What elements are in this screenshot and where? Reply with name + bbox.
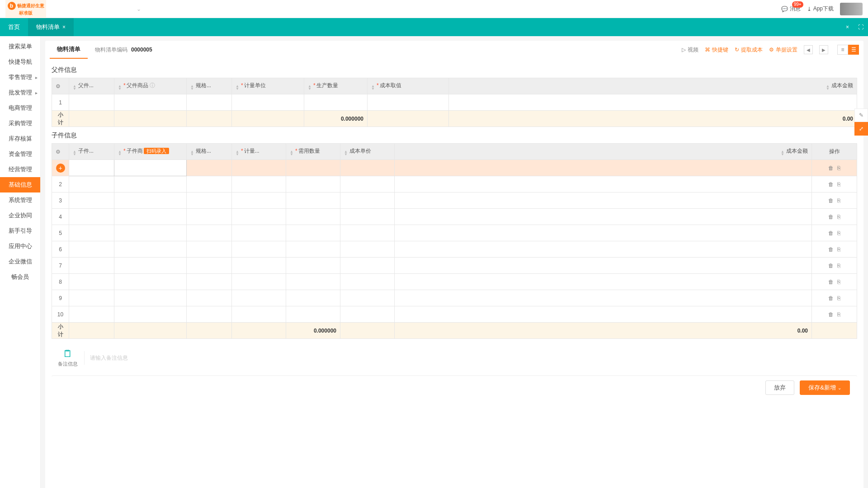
child-cell[interactable] [232, 225, 286, 241]
copy-icon[interactable]: ⎘ [837, 165, 840, 171]
app-download-button[interactable]: ⤓ App下载 [807, 5, 834, 13]
child-row[interactable]: 5🗑⎘ [52, 225, 857, 241]
child-cell[interactable] [395, 306, 812, 323]
parent-cell-costsrc[interactable] [368, 94, 449, 111]
pager-next[interactable]: ▶ [819, 45, 828, 54]
tenant-dropdown[interactable]: ⌄ [60, 3, 141, 15]
inner-tab-bom[interactable]: 物料清单 [50, 41, 88, 59]
sidebar-item-11[interactable]: 企业协同 [0, 208, 40, 223]
add-row-button[interactable]: + [56, 164, 65, 173]
fullscreen-icon[interactable]: ⛶ [854, 24, 868, 30]
parent-col-spec[interactable]: ▲▼规格... [187, 78, 232, 94]
child-cell[interactable] [286, 241, 340, 258]
child-cell[interactable] [286, 192, 340, 209]
sidebar-item-1[interactable]: 快捷导航 [0, 54, 40, 70]
child-cell[interactable] [395, 290, 812, 306]
tab-bom[interactable]: 物料清单 × [28, 18, 74, 36]
parent-col-amount[interactable]: ▲▼成本金额 [449, 78, 857, 94]
child-cell[interactable] [286, 306, 340, 323]
delete-icon[interactable]: 🗑 [828, 165, 834, 171]
sidebar-item-14[interactable]: 企业微信 [0, 254, 40, 269]
copy-icon[interactable]: ⎘ [837, 230, 840, 236]
copy-icon[interactable]: ⎘ [837, 295, 840, 301]
child-cell[interactable] [286, 290, 340, 306]
child-cell[interactable] [187, 209, 232, 225]
sidebar-item-6[interactable]: 库存核算 [0, 131, 40, 146]
copy-icon[interactable]: ⎘ [837, 181, 840, 188]
parent-cell-code[interactable] [69, 94, 114, 111]
child-row[interactable]: 8🗑⎘ [52, 274, 857, 290]
view-list-button[interactable]: ≡ [837, 45, 848, 55]
sidebar-item-12[interactable]: 新手引导 [0, 223, 40, 239]
sidebar-item-0[interactable]: 搜索菜单 [0, 39, 40, 54]
tab-home[interactable]: 首页 [0, 18, 28, 36]
parent-cell-amount[interactable] [449, 94, 857, 111]
discard-button[interactable]: 放弃 [765, 380, 794, 395]
child-col-needqty[interactable]: ▲▼*需用数量 [286, 144, 340, 160]
parent-cell-spec[interactable] [187, 94, 232, 111]
child-cell[interactable] [114, 209, 187, 225]
child-row[interactable]: 7🗑⎘ [52, 258, 857, 274]
child-cell[interactable] [114, 258, 187, 274]
sidebar-item-13[interactable]: 应用中心 [0, 239, 40, 254]
parent-cell-unit[interactable] [232, 94, 304, 111]
child-cell[interactable] [69, 225, 114, 241]
copy-icon[interactable]: ⎘ [837, 279, 840, 285]
child-cell[interactable] [286, 176, 340, 192]
copy-icon[interactable]: ⎘ [837, 197, 840, 204]
child-cell[interactable] [340, 306, 395, 323]
delete-icon[interactable]: 🗑 [828, 246, 834, 253]
delete-icon[interactable]: 🗑 [828, 181, 834, 188]
child-cell[interactable] [187, 290, 232, 306]
child-col-spec[interactable]: ▲▼规格... [187, 144, 232, 160]
parent-row[interactable]: 1 [52, 94, 857, 111]
sidebar-item-7[interactable]: 资金管理 [0, 146, 40, 162]
child-cell[interactable] [187, 176, 232, 192]
child-cell[interactable] [395, 192, 812, 209]
child-cell[interactable] [114, 192, 187, 209]
sidebar-item-15[interactable]: 畅会员 [0, 269, 40, 285]
child-cell[interactable] [69, 258, 114, 274]
child-cell[interactable] [232, 176, 286, 192]
child-cell[interactable] [395, 274, 812, 290]
child-cell[interactable] [114, 290, 187, 306]
delete-icon[interactable]: 🗑 [828, 263, 834, 269]
delete-icon[interactable]: 🗑 [828, 311, 834, 318]
remark-input[interactable] [84, 351, 851, 365]
child-cell[interactable] [232, 258, 286, 274]
video-link[interactable]: ▷视频 [682, 46, 698, 54]
child-cell[interactable] [232, 274, 286, 290]
parent-col-costsrc[interactable]: ▲▼*成本取值 [368, 78, 449, 94]
sidebar-item-5[interactable]: 采购管理 [0, 116, 40, 131]
doc-setting-link[interactable]: ⚙单据设置 [769, 46, 797, 54]
child-cell[interactable] [69, 274, 114, 290]
child-cell[interactable] [187, 225, 232, 241]
sidebar-item-9[interactable]: 基础信息 [0, 177, 40, 192]
child-cell[interactable] [340, 225, 395, 241]
copy-icon[interactable]: ⎘ [837, 246, 840, 253]
parent-cell-product[interactable] [114, 94, 187, 111]
child-cell[interactable] [69, 192, 114, 209]
child-cell[interactable] [232, 290, 286, 306]
delete-icon[interactable]: 🗑 [828, 197, 834, 204]
child-row[interactable]: +🗑⎘ [52, 160, 857, 176]
child-cell[interactable] [114, 225, 187, 241]
child-cell[interactable] [69, 241, 114, 258]
child-row[interactable]: 4🗑⎘ [52, 209, 857, 225]
child-col-unit[interactable]: ▲▼*计量... [232, 144, 286, 160]
child-cell[interactable] [232, 241, 286, 258]
delete-icon[interactable]: 🗑 [828, 230, 834, 236]
child-cell[interactable] [187, 241, 232, 258]
shortcut-link[interactable]: ⌘快捷键 [705, 46, 728, 54]
child-col-product[interactable]: ▲▼*子件商扫码录入 [114, 144, 187, 160]
tabstrip-close-button[interactable]: × [841, 24, 854, 30]
child-cell[interactable] [232, 160, 286, 176]
child-cell[interactable] [114, 274, 187, 290]
sidebar-item-4[interactable]: 电商管理 [0, 100, 40, 116]
child-cell[interactable] [340, 160, 395, 176]
delete-icon[interactable]: 🗑 [828, 295, 834, 301]
pager-prev[interactable]: ◀ [804, 45, 813, 54]
parent-col-code[interactable]: ▲▼父件... [69, 78, 114, 94]
child-cell[interactable] [114, 160, 187, 176]
child-cell[interactable] [69, 160, 114, 176]
